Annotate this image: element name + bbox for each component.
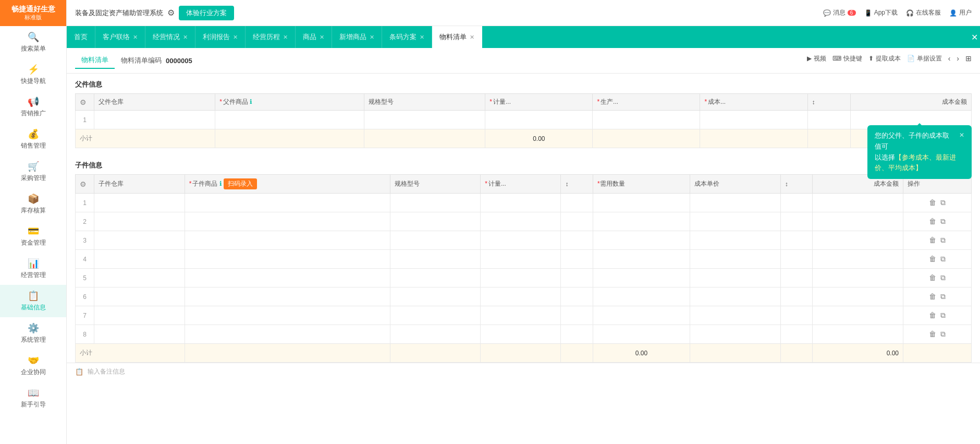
- child-needed-7[interactable]: [593, 306, 690, 325]
- parent-product-info-icon[interactable]: ℹ: [250, 98, 252, 105]
- sidebar-item-8[interactable]: 📋 基础信息: [0, 285, 66, 317]
- copy-icon-1[interactable]: ⧉: [940, 198, 946, 207]
- child-warehouse-3[interactable]: [94, 231, 185, 250]
- nav-tab-8[interactable]: 物料清单✕: [432, 26, 482, 48]
- copy-icon-3[interactable]: ⧉: [940, 236, 946, 245]
- child-warehouse-6[interactable]: [94, 287, 185, 306]
- delete-icon-1[interactable]: 🗑: [929, 198, 936, 207]
- close-all-button[interactable]: ✕: [969, 32, 980, 42]
- child-unit-8[interactable]: [481, 325, 561, 344]
- child-needed-3[interactable]: [593, 231, 690, 250]
- child-warehouse-1[interactable]: [94, 194, 185, 212]
- prev-page-button[interactable]: ‹: [948, 54, 951, 63]
- nav-tab-close-2[interactable]: ✕: [183, 34, 188, 41]
- sidebar-item-1[interactable]: ⚡ 快捷导航: [0, 58, 66, 91]
- child-needed-2[interactable]: [593, 212, 690, 231]
- try-button[interactable]: 体验行业方案: [179, 6, 234, 20]
- child-needed-1[interactable]: [593, 194, 690, 212]
- child-unit-cost-1[interactable]: [690, 194, 781, 212]
- delete-icon-5[interactable]: 🗑: [929, 273, 936, 282]
- copy-icon-8[interactable]: ⧉: [940, 330, 946, 339]
- delete-icon-3[interactable]: 🗑: [929, 236, 936, 245]
- child-needed-4[interactable]: [593, 250, 690, 269]
- nav-tab-close-6[interactable]: ✕: [370, 34, 374, 41]
- sidebar-item-2[interactable]: 📢 营销推广: [0, 91, 66, 123]
- tooltip-close-button[interactable]: ✕: [959, 130, 964, 140]
- child-product-8[interactable]: [185, 325, 390, 344]
- delete-icon-8[interactable]: 🗑: [929, 330, 936, 339]
- nav-tab-close-3[interactable]: ✕: [233, 34, 238, 41]
- child-needed-6[interactable]: [593, 287, 690, 306]
- nav-tab-close-8[interactable]: ✕: [470, 34, 474, 41]
- child-needed-8[interactable]: [593, 325, 690, 344]
- child-unit-cost-7[interactable]: [690, 306, 781, 325]
- nav-tab-close-4[interactable]: ✕: [283, 34, 288, 41]
- child-unit-4[interactable]: [481, 250, 561, 269]
- child-unit-7[interactable]: [481, 306, 561, 325]
- nav-tab-7[interactable]: 条码方案✕: [382, 26, 432, 48]
- child-warehouse-5[interactable]: [94, 269, 185, 287]
- parent-product-1[interactable]: [215, 111, 364, 129]
- child-spec-2[interactable]: [390, 212, 481, 231]
- child-unit-cost-3[interactable]: [690, 231, 781, 250]
- sidebar-item-11[interactable]: 📖 新手引导: [0, 382, 66, 414]
- child-unit-cost-8[interactable]: [690, 325, 781, 344]
- user-item[interactable]: 👤 用户: [949, 8, 972, 17]
- child-product-5[interactable]: [185, 269, 390, 287]
- nav-tab-1[interactable]: 客户联络✕: [95, 26, 145, 48]
- parent-unit-1[interactable]: [485, 111, 593, 129]
- nav-tab-6[interactable]: 新增商品✕: [332, 26, 382, 48]
- child-product-1[interactable]: [185, 194, 390, 212]
- child-spec-6[interactable]: [390, 287, 481, 306]
- sidebar-item-9[interactable]: ⚙️ 系统管理: [0, 317, 66, 350]
- nav-tab-close-5[interactable]: ✕: [320, 34, 324, 41]
- child-needed-5[interactable]: [593, 269, 690, 287]
- sidebar-item-4[interactable]: 🛒 采购管理: [0, 155, 66, 188]
- child-product-3[interactable]: [185, 231, 390, 250]
- child-spec-7[interactable]: [390, 306, 481, 325]
- sidebar-item-0[interactable]: 🔍 搜索菜单: [0, 26, 66, 58]
- copy-icon-4[interactable]: ⧉: [940, 255, 946, 263]
- app-download-item[interactable]: 📱 App下载: [864, 8, 898, 17]
- child-warehouse-8[interactable]: [94, 325, 185, 344]
- scan-input-button[interactable]: 扫码录入: [224, 178, 257, 189]
- sub-tab-list[interactable]: 物料清单: [75, 52, 115, 69]
- copy-icon-6[interactable]: ⧉: [940, 292, 946, 301]
- child-unit-cost-5[interactable]: [690, 269, 781, 287]
- sidebar-item-3[interactable]: 💰 销售管理: [0, 123, 66, 155]
- child-spec-4[interactable]: [390, 250, 481, 269]
- settings-button[interactable]: ⚙: [167, 8, 175, 18]
- child-product-6[interactable]: [185, 287, 390, 306]
- shortcut-item[interactable]: ⌨ 快捷键: [832, 54, 862, 63]
- child-warehouse-4[interactable]: [94, 250, 185, 269]
- child-unit-3[interactable]: [481, 231, 561, 250]
- nav-tab-4[interactable]: 经营历程✕: [246, 26, 296, 48]
- online-service-item[interactable]: 🎧 在线客服: [906, 8, 941, 17]
- child-unit-1[interactable]: [481, 194, 561, 212]
- message-icon-item[interactable]: 💬 消息 6: [823, 8, 856, 17]
- nav-tab-0[interactable]: 首页: [67, 26, 95, 48]
- nav-tab-close-1[interactable]: ✕: [133, 34, 138, 41]
- sidebar-item-6[interactable]: 💳 资金管理: [0, 220, 66, 253]
- copy-icon-2[interactable]: ⧉: [940, 217, 946, 226]
- child-spec-8[interactable]: [390, 325, 481, 344]
- delete-icon-2[interactable]: 🗑: [929, 217, 936, 226]
- settings-col-icon[interactable]: ⚙: [80, 98, 87, 106]
- nav-tab-5[interactable]: 商品✕: [296, 26, 332, 48]
- nav-tab-2[interactable]: 经营情况✕: [145, 26, 195, 48]
- sidebar-item-7[interactable]: 📊 经营管理: [0, 253, 66, 285]
- child-unit-cost-4[interactable]: [690, 250, 781, 269]
- child-warehouse-7[interactable]: [94, 306, 185, 325]
- extract-cost-item[interactable]: ⬆ 提取成本: [868, 54, 901, 63]
- child-unit-5[interactable]: [481, 269, 561, 287]
- copy-icon-5[interactable]: ⧉: [940, 273, 946, 282]
- delete-icon-7[interactable]: 🗑: [929, 311, 936, 320]
- delete-icon-6[interactable]: 🗑: [929, 292, 936, 301]
- child-product-4[interactable]: [185, 250, 390, 269]
- sidebar-item-10[interactable]: 🤝 企业协同: [0, 350, 66, 382]
- child-unit-2[interactable]: [481, 212, 561, 231]
- child-unit-6[interactable]: [481, 287, 561, 306]
- next-page-button[interactable]: ›: [957, 54, 959, 63]
- child-unit-cost-6[interactable]: [690, 287, 781, 306]
- single-settings-item[interactable]: 📄 单据设置: [907, 54, 942, 63]
